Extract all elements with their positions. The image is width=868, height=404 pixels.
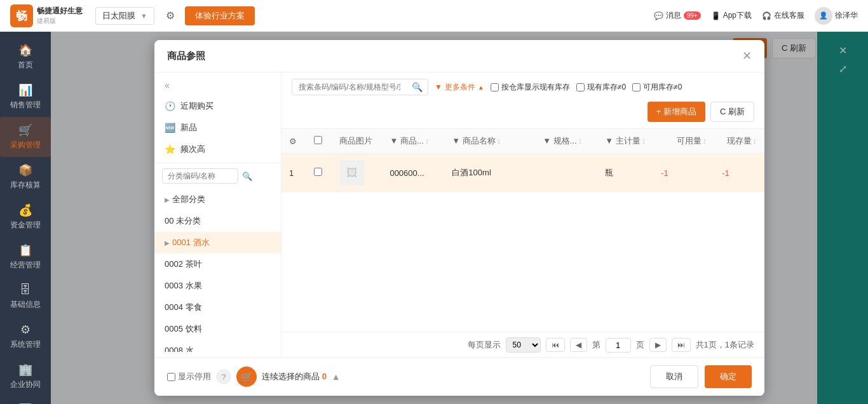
page-input[interactable] — [606, 338, 631, 353]
add-product-btn[interactable]: + 新增商品 — [648, 102, 705, 122]
logo: 畅 畅捷通好生意 捷易版 — [10, 4, 83, 27]
message-nav[interactable]: 💬 消息 99+ — [654, 10, 701, 21]
inventory-icon: 📦 — [18, 163, 32, 177]
sidebar-item-home[interactable]: 🏠 首页 — [0, 37, 51, 77]
pagination: 每页显示 50 100 200 ⏮ ◀ 第 页 ▶ — [281, 332, 764, 357]
row-check[interactable] — [306, 154, 332, 192]
expand-icon-0001: ▶ — [165, 239, 170, 246]
col-img-header: 商品图片 — [332, 129, 382, 154]
cart-icon[interactable]: 🛒 — [236, 367, 257, 387]
disabled-checkbox[interactable] — [167, 373, 175, 381]
table-body: 1 🖼 000600... 白酒100ml — [281, 154, 764, 192]
avail-nonzero-checkbox[interactable] — [632, 83, 641, 91]
modal-sidebar-top: « — [154, 77, 281, 95]
search-submit-btn[interactable]: 🔍 — [407, 82, 428, 92]
ms-item-recent[interactable]: 🕐 近期购买 — [154, 95, 281, 117]
sidebar-item-sales[interactable]: 📊 销售管理 — [0, 77, 51, 117]
ops-icon: 📋 — [18, 243, 32, 257]
ms-label-new: 新品 — [180, 122, 197, 133]
trial-btn[interactable]: 体验行业方案 — [185, 6, 255, 25]
last-page-btn[interactable]: ⏭ — [672, 338, 691, 352]
next-page-btn[interactable]: ▶ — [649, 338, 667, 352]
cat-0004[interactable]: 0004 零食 — [154, 297, 281, 318]
sidebar-label-purchase: 采购管理 — [10, 140, 41, 151]
col-name-header[interactable]: ▼ 商品名称↕ — [444, 129, 535, 154]
sidebar-item-finance[interactable]: 💰 资金管理 — [0, 197, 51, 237]
category-search-icon[interactable]: 🔍 — [242, 172, 252, 181]
sidebar-item-basic[interactable]: 🗄 基础信息 — [0, 277, 51, 316]
sort-spec-icon: ↕ — [578, 136, 583, 145]
cat-00[interactable]: 00 未分类 — [154, 210, 281, 232]
store-dropdown[interactable]: 日太阳膜 ▼ — [95, 7, 154, 25]
col-code-header[interactable]: ▼ 商品...↕ — [382, 129, 444, 154]
row-checkbox[interactable] — [314, 168, 322, 176]
stock-nonzero-checkbox[interactable] — [576, 83, 585, 91]
col-avail-header[interactable]: 可用量↕ — [653, 129, 714, 154]
refresh-btn[interactable]: C 刷新 — [710, 102, 754, 122]
cat-all[interactable]: ▶ 全部分类 — [154, 189, 281, 210]
cat-0005[interactable]: 0005 饮料 — [154, 318, 281, 340]
show-disabled-checkbox[interactable]: 显示停用 — [167, 371, 211, 382]
product-table: ⚙ 商品图片 ▼ 商品...↕ — [281, 129, 764, 357]
col-settings: ⚙ — [281, 129, 306, 154]
per-page-label: 每页显示 — [468, 339, 501, 351]
toolbar-right: + 新增商品 C 刷新 — [648, 102, 754, 122]
category-search: 🔍 — [154, 166, 281, 186]
sidebar-item-system[interactable]: ⚙ 系统管理 — [0, 316, 51, 356]
finance-icon: 💰 — [18, 203, 32, 217]
sidebar-collapse-icon[interactable]: « — [162, 80, 172, 90]
app-download-nav[interactable]: 📱 App下载 — [711, 10, 752, 21]
sidebar-item-ops[interactable]: 📋 经营管理 — [0, 237, 51, 277]
clock-icon: 🕐 — [165, 101, 175, 111]
collapse-icon[interactable]: ▲ — [332, 372, 341, 382]
ms-item-new[interactable]: 🆕 新品 — [154, 117, 281, 138]
cat-0003[interactable]: 0003 水果 — [154, 275, 281, 297]
page-suffix: 页 — [636, 339, 644, 351]
cat-0008[interactable]: 0008 水 — [154, 340, 281, 352]
checkbox-avail[interactable]: 可用库存≠0 — [632, 82, 682, 93]
first-page-btn[interactable]: ⏮ — [546, 338, 565, 352]
cat-0002[interactable]: 0002 茶叶 — [154, 253, 281, 275]
star-icon: ⭐ — [165, 144, 175, 154]
dropdown-arrow-icon: ▼ — [140, 12, 147, 20]
modal-close-icon[interactable]: ✕ — [742, 49, 752, 63]
ms-label-recent: 近期购买 — [180, 100, 214, 112]
warehouse-checkbox[interactable] — [491, 83, 499, 91]
product-search-input[interactable] — [292, 79, 407, 95]
select-all-checkbox[interactable] — [314, 136, 322, 144]
purchase-icon: 🛒 — [18, 123, 32, 137]
cart-text: 连续选择的商品 0 — [262, 371, 327, 382]
cat-0001[interactable]: ▶ 0001 酒水 — [154, 232, 281, 253]
category-search-input[interactable] — [162, 168, 238, 184]
sidebar: 🏠 首页 📊 销售管理 🛒 采购管理 📦 库存核算 💰 资金管理 📋 经营管理 … — [0, 32, 51, 404]
per-page-select[interactable]: 50 100 200 — [506, 337, 541, 353]
filter-btn[interactable]: ▼ 更多条件 ▲ — [435, 82, 484, 93]
row-spec — [535, 154, 597, 192]
prev-page-btn[interactable]: ◀ — [570, 338, 587, 352]
cancel-btn[interactable]: 取消 — [650, 365, 698, 388]
logo-text: 畅捷通好生意 捷易版 — [37, 6, 83, 25]
sort-unit-icon: ↕ — [642, 136, 646, 145]
sales-icon: 📊 — [18, 83, 32, 97]
modal-sidebar: « 🕐 近期购买 🆕 新品 ⭐ 频次高 — [154, 72, 281, 357]
sidebar-item-inventory[interactable]: 📦 库存核算 — [0, 157, 51, 197]
footer-right: 取消 确定 — [650, 365, 752, 388]
user-nav[interactable]: 👤 徐泽华 — [815, 7, 858, 25]
table-row[interactable]: 1 🖼 000600... 白酒100ml — [281, 154, 764, 192]
sort-stock-icon: ↕ — [753, 136, 757, 145]
confirm-btn[interactable]: 确定 — [705, 365, 752, 388]
sidebar-item-guide[interactable]: 🆕 新手引导 — [0, 396, 51, 404]
sidebar-item-enterprise[interactable]: 🏢 企业协同 — [0, 356, 51, 396]
col-unit-header[interactable]: ▼ 主计量↕ — [597, 129, 653, 154]
checkbox-warehouse[interactable]: 按仓库显示现有库存 — [491, 82, 570, 93]
ms-label-frequent: 频次高 — [180, 144, 205, 155]
sidebar-item-purchase[interactable]: 🛒 采购管理 — [0, 117, 51, 157]
checkbox-stock[interactable]: 现有库存≠0 — [576, 82, 626, 93]
col-stock-header[interactable]: 现存量↕ — [714, 129, 764, 154]
logo-icon: 畅 — [10, 4, 33, 27]
service-nav[interactable]: 🎧 在线客服 — [762, 10, 804, 21]
settings-icon[interactable]: ⚙ — [166, 10, 175, 22]
ms-item-frequent[interactable]: ⭐ 频次高 — [154, 138, 281, 160]
col-spec-header[interactable]: ▼ 规格...↕ — [535, 129, 597, 154]
help-icon[interactable]: ? — [216, 369, 231, 384]
